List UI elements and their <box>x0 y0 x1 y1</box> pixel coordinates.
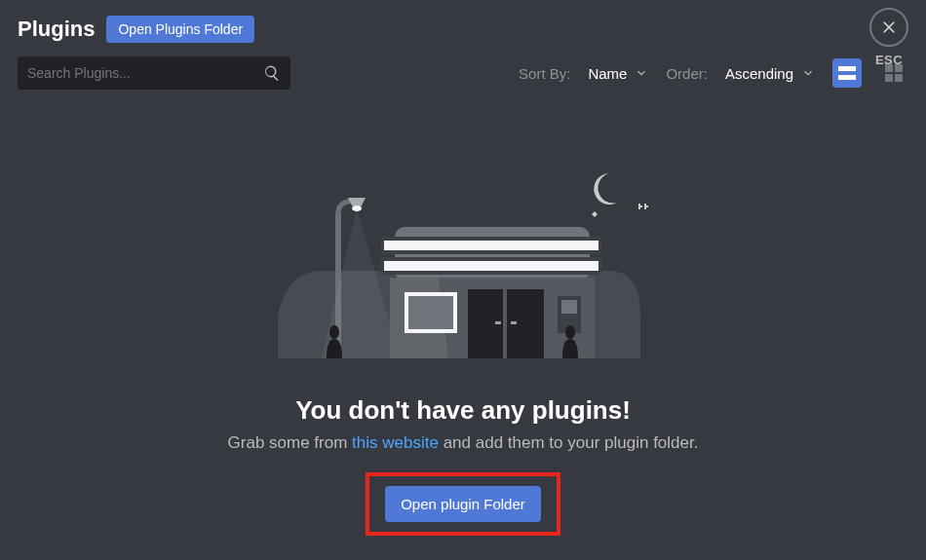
esc-label: ESC <box>869 53 908 67</box>
search-icon <box>263 64 281 82</box>
sort-by-dropdown[interactable]: Name <box>588 65 648 82</box>
order-dropdown[interactable]: Ascending <box>725 65 815 82</box>
open-plugin-folder-button[interactable]: Open plugin Folder <box>385 486 541 522</box>
svg-rect-0 <box>838 66 856 71</box>
this-website-link[interactable]: this website <box>352 433 439 452</box>
chevron-down-icon <box>635 66 648 80</box>
sort-by-label: Sort By: <box>519 65 570 82</box>
close-icon <box>880 19 898 36</box>
list-icon <box>838 64 856 82</box>
close-button[interactable] <box>869 8 908 47</box>
svg-rect-13 <box>384 261 598 271</box>
subtext-suffix: and add them to your plugin folder. <box>439 433 699 452</box>
empty-state-heading: You don't have any plugins! <box>0 395 926 426</box>
svg-rect-16 <box>408 296 453 329</box>
search-input[interactable] <box>27 65 263 81</box>
svg-point-24 <box>565 325 575 339</box>
page-title: Plugins <box>18 17 95 42</box>
order-value: Ascending <box>725 65 793 82</box>
svg-rect-1 <box>838 75 856 80</box>
svg-rect-11 <box>384 241 598 250</box>
view-list-button[interactable] <box>832 58 862 88</box>
svg-rect-20 <box>511 321 517 324</box>
subtext-prefix: Grab some from <box>228 433 353 452</box>
order-label: Order: <box>666 65 708 82</box>
svg-rect-19 <box>495 321 501 324</box>
empty-state-subtext: Grab some from this website and add them… <box>0 433 926 453</box>
chevron-down-icon <box>801 66 815 80</box>
search-input-container[interactable] <box>18 56 290 90</box>
svg-rect-4 <box>885 74 893 82</box>
open-folder-highlight: Open plugin Folder <box>366 472 560 536</box>
empty-state-illustration <box>278 144 648 368</box>
svg-rect-5 <box>895 74 903 82</box>
sort-by-value: Name <box>588 65 627 82</box>
open-plugins-folder-button[interactable]: Open Plugins Folder <box>106 16 254 43</box>
svg-rect-18 <box>503 289 507 358</box>
svg-rect-22 <box>561 300 577 314</box>
svg-point-23 <box>329 325 339 339</box>
